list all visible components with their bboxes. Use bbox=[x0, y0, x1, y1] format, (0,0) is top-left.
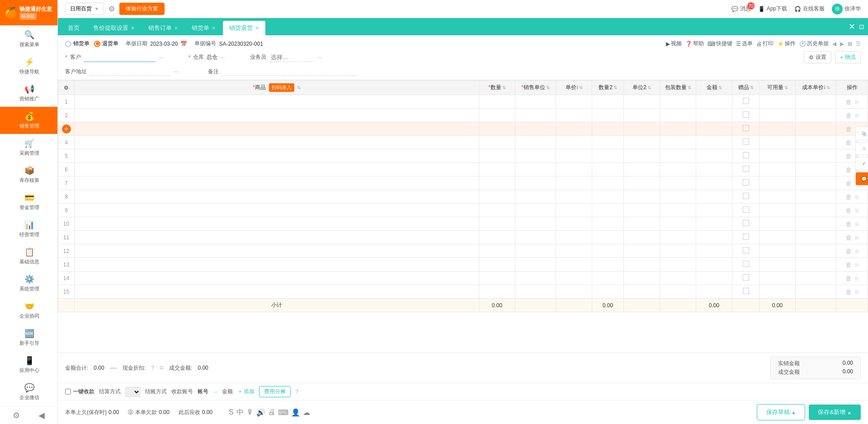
sidebar-item-11[interactable]: 🆕 新手引导 bbox=[0, 324, 57, 351]
col-pack-sort[interactable]: ⇅ bbox=[688, 85, 691, 90]
gift-checkbox-14[interactable] bbox=[743, 274, 749, 281]
sidebar-item-10[interactable]: 🤝 企业协同 bbox=[0, 297, 57, 324]
row-12-gift[interactable] bbox=[732, 244, 760, 258]
sidebar-item-13[interactable]: 💬 企业微信 bbox=[0, 378, 57, 405]
grid-view-icon[interactable]: ⊞ bbox=[848, 41, 852, 47]
help-discount-icon[interactable]: ? bbox=[151, 365, 154, 371]
row-3-add-btn[interactable]: + bbox=[62, 124, 71, 133]
fee-help-icon[interactable]: ? bbox=[295, 389, 298, 395]
row-3-delete-btn[interactable]: 🗑 bbox=[845, 125, 852, 133]
row-6-product[interactable] bbox=[75, 163, 479, 176]
list-view-icon[interactable]: ☰ bbox=[856, 41, 861, 47]
row-7-product[interactable] bbox=[75, 176, 479, 190]
col-qty2-sort[interactable]: ⇅ bbox=[613, 85, 617, 90]
row-8-copy-btn[interactable]: ⎘ bbox=[855, 194, 859, 200]
row-15-product[interactable] bbox=[75, 285, 479, 299]
gift-checkbox-5[interactable] bbox=[743, 152, 749, 158]
row-15-gift[interactable] bbox=[732, 285, 760, 299]
row-2-copy-btn[interactable]: ⎘ bbox=[855, 113, 859, 119]
industry-selector[interactable]: 日用百货 ▼ bbox=[65, 3, 104, 15]
row-9-copy-btn[interactable]: ⎘ bbox=[855, 208, 859, 214]
row-10-product[interactable] bbox=[75, 217, 479, 231]
row-3-product[interactable] bbox=[75, 122, 479, 136]
salesperson-input[interactable] bbox=[269, 53, 314, 62]
sidebar-item-6[interactable]: 💳 资金管理 bbox=[0, 188, 57, 215]
collapse-icon[interactable]: ◀ bbox=[38, 410, 45, 420]
prev-icon[interactable]: ◀ bbox=[832, 41, 836, 47]
chevron-draft-icon[interactable]: ▲ bbox=[792, 410, 796, 415]
row-12-product[interactable] bbox=[75, 244, 479, 258]
row-12-copy-btn[interactable]: ⎘ bbox=[855, 248, 859, 255]
row-5-product[interactable] bbox=[75, 149, 479, 163]
settings-icon[interactable]: ⚙ bbox=[13, 410, 20, 420]
row-2-delete-btn[interactable]: 🗑 bbox=[845, 112, 852, 119]
col-gear-header[interactable]: ⚙ bbox=[58, 81, 75, 95]
row-10-gift[interactable] bbox=[732, 217, 760, 231]
calendar-icon[interactable]: 📅 bbox=[180, 41, 187, 47]
gift-checkbox-12[interactable] bbox=[743, 247, 749, 253]
scan-enter-btn[interactable]: 扫码录入 bbox=[269, 83, 294, 92]
customer-service-btn[interactable]: 🎧 在线客服 bbox=[794, 5, 825, 13]
right-float-attachment[interactable]: 📎 bbox=[855, 127, 868, 140]
address-input[interactable] bbox=[90, 67, 171, 76]
tab-3[interactable]: 销货单✕ bbox=[185, 21, 222, 35]
row-14-copy-btn[interactable]: ⎘ bbox=[855, 276, 859, 282]
row-4-product[interactable] bbox=[75, 136, 479, 149]
gift-checkbox-10[interactable] bbox=[743, 220, 749, 226]
cost-info-icon[interactable]: ℹ bbox=[824, 85, 826, 90]
trial-btn[interactable]: 体验行业方案 bbox=[119, 3, 165, 15]
row-10-delete-btn[interactable]: 🗑 bbox=[845, 220, 852, 228]
row-1-copy-btn[interactable]: ⎘ bbox=[855, 99, 859, 105]
row-11-product[interactable] bbox=[75, 231, 479, 244]
logistics-btn[interactable]: + 物流 bbox=[835, 51, 861, 63]
gift-checkbox-9[interactable] bbox=[743, 206, 749, 213]
row-13-product[interactable] bbox=[75, 258, 479, 272]
print-btn[interactable]: 🖨 打印 bbox=[756, 40, 774, 48]
select-btn[interactable]: ☰ 选单 bbox=[736, 40, 753, 48]
gear-icon[interactable]: ⚙ bbox=[108, 5, 115, 13]
row-4-delete-btn[interactable]: 🗑 bbox=[845, 139, 852, 146]
row-10-copy-btn[interactable]: ⎘ bbox=[855, 221, 859, 228]
tab-close-1[interactable]: ✕ bbox=[131, 25, 135, 31]
save-new-btn[interactable]: 保存&新增 ▲ bbox=[809, 405, 861, 420]
gift-checkbox-2[interactable] bbox=[743, 111, 749, 118]
gift-checkbox-11[interactable] bbox=[743, 233, 749, 240]
row-9-product[interactable] bbox=[75, 204, 479, 217]
col-qty-sort[interactable]: ⇅ bbox=[502, 85, 506, 90]
user-profile[interactable]: 徐 徐泽华 bbox=[832, 4, 861, 14]
one-click-payment-checkbox[interactable]: 一键收款 bbox=[65, 388, 94, 395]
calc-method-select[interactable] bbox=[125, 387, 141, 397]
account-dots-btn[interactable]: ··· bbox=[213, 389, 217, 395]
row-14-product[interactable] bbox=[75, 272, 479, 285]
history-btn[interactable]: 🕐 历史单据 bbox=[799, 40, 829, 48]
next-icon[interactable]: ▶ bbox=[840, 41, 844, 47]
row-1-delete-btn[interactable]: 🗑 bbox=[845, 98, 852, 105]
row-7-gift[interactable] bbox=[732, 176, 760, 190]
row-14-delete-btn[interactable]: 🗑 bbox=[845, 275, 852, 282]
sidebar-item-1[interactable]: ⚡ 快捷导航 bbox=[0, 52, 57, 80]
video-btn[interactable]: ▶ 视频 bbox=[666, 40, 682, 48]
save-draft-btn[interactable]: 保存草稿 ▲ bbox=[757, 404, 806, 420]
gift-checkbox-8[interactable] bbox=[743, 193, 749, 199]
radio-return[interactable]: 退货单 bbox=[94, 40, 118, 48]
row-6-gift[interactable] bbox=[732, 163, 760, 176]
sidebar-item-0[interactable]: 🔍 搜索菜单 bbox=[0, 25, 57, 52]
gift-checkbox-1[interactable] bbox=[743, 98, 749, 104]
sidebar-item-2[interactable]: 📢 营销推广 bbox=[0, 80, 57, 107]
tab-close-2[interactable]: ✕ bbox=[174, 25, 178, 31]
row-8-gift[interactable] bbox=[732, 190, 760, 204]
row-9-delete-btn[interactable]: 🗑 bbox=[845, 207, 852, 214]
fee-split-btn[interactable]: 费用分摊 bbox=[259, 386, 291, 397]
gift-checkbox-13[interactable] bbox=[743, 261, 749, 267]
col-product-sort[interactable]: ⇅ bbox=[297, 85, 301, 90]
operate-btn[interactable]: ⚡ 操作 bbox=[777, 40, 796, 48]
app-download-btn[interactable]: 📱 App下载 bbox=[758, 5, 787, 13]
row-13-copy-btn[interactable]: ⎘ bbox=[855, 262, 859, 268]
col-gift-sort[interactable]: ⇅ bbox=[750, 85, 754, 90]
payment-checkbox-input[interactable] bbox=[65, 389, 71, 395]
tab-1[interactable]: 售价提取设置✕ bbox=[87, 21, 141, 35]
sidebar-item-5[interactable]: 📦 库存核算 bbox=[0, 161, 57, 188]
row-2-product[interactable] bbox=[75, 109, 479, 122]
row-1-product[interactable] bbox=[75, 95, 479, 109]
message-btn[interactable]: 💬 消息 70 bbox=[731, 5, 751, 13]
